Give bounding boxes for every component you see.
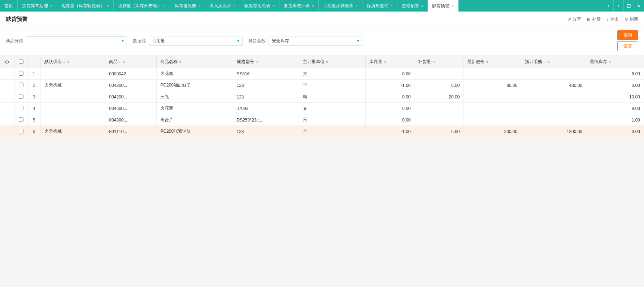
row-index: 3 (27, 91, 40, 103)
row-restock: 6.00 (414, 126, 464, 137)
tab-home[interactable]: 首页 (0, 0, 18, 12)
row-unit: 个 (299, 80, 365, 91)
restock-basis-select[interactable]: 安全库存 ▾ (269, 36, 362, 46)
tab-inventory-status[interactable]: 现存量（库存状况表） × (57, 0, 114, 12)
select-all-checkbox[interactable] (19, 59, 23, 64)
row-restock: 20.00 (414, 91, 464, 103)
tab-exception[interactable]: 拣货异常处理 × (18, 0, 57, 12)
product-code-sort[interactable]: 商品... ⇅ (109, 59, 125, 65)
row-checkbox-cell (14, 68, 27, 80)
unit-sort[interactable]: 主计量单位 ⇅ (303, 59, 328, 65)
row-checkbox-cell (14, 114, 27, 126)
tab-available-ledger[interactable]: 可用量库存账本 × (319, 0, 362, 12)
tab-shortage-warning-close[interactable]: × (452, 4, 454, 8)
tab-available-ledger-close[interactable]: × (356, 4, 358, 8)
refresh-button[interactable]: ↺ 刷新 (625, 16, 638, 22)
row-stock: 0.00 (365, 103, 414, 114)
row-est-purchase (521, 114, 586, 126)
latest-price-sort[interactable]: 最新进价 ⇅ (467, 59, 488, 65)
row-index: 2 (27, 80, 40, 91)
row-checkbox-4[interactable] (19, 117, 23, 122)
row-index: 5 (27, 114, 40, 126)
tab-scroll-left[interactable]: ‹ (604, 0, 614, 12)
tab-batch-account-close[interactable]: × (199, 4, 201, 8)
export-button[interactable]: ↓ 导出 (606, 16, 619, 22)
category-label: 商品分类 (6, 38, 23, 44)
tab-receipt-summary-close[interactable]: × (273, 4, 275, 8)
datasource-filter-group: 数据源 可用量 ▾ (133, 36, 243, 46)
tab-demand-stats[interactable]: 要货单统计表 × (279, 0, 319, 12)
tab-inout-flow-close[interactable]: × (233, 4, 235, 8)
datasource-select[interactable]: 可用量 ▾ (149, 36, 243, 46)
th-index (27, 56, 40, 68)
th-gear: ⚙ (0, 56, 14, 68)
tab-close-all[interactable]: ✕ (634, 0, 644, 12)
tab-shortage-warning[interactable]: 缺货预警 × (428, 0, 458, 12)
th-supplier: 默认供应... ⇅ (40, 56, 105, 68)
product-name-sort-icon: ⇅ (179, 60, 182, 64)
product-code-sort-icon: ⇅ (122, 60, 125, 64)
row-min-stock: 10.00 (586, 91, 644, 103)
row-min-stock: 3.00 (586, 126, 644, 137)
row-checkbox-1[interactable] (19, 83, 23, 87)
table-row: 2 力天机械 004200... PC200油缸缸子 123 个 -1.00 6… (0, 80, 644, 91)
est-purchase-sort[interactable]: 预计采购... ⇅ (525, 59, 550, 65)
row-gear-cell (0, 91, 14, 103)
row-product-name: 离合片 (157, 114, 233, 126)
table-row: 4 004600... 火花塞 J7092 支 0.00 8.00 (0, 103, 644, 114)
row-latest-price: 80.00 (464, 80, 521, 91)
tab-inventory-dist[interactable]: 现存量（库存分布表） × (114, 0, 170, 12)
tab-restore[interactable]: ⊡ (624, 0, 634, 12)
column-settings-icon[interactable]: ⚙ (5, 59, 9, 65)
th-unit: 主计量单位 ⇅ (299, 56, 365, 68)
query-button[interactable]: 查询 (617, 30, 638, 40)
row-stock: -1.00 (365, 126, 414, 137)
restock-button[interactable]: ⊞ 补货 (587, 16, 601, 22)
tab-scroll-right[interactable]: › (614, 0, 624, 12)
row-checkbox-2[interactable] (19, 94, 23, 99)
row-product-name: PC200油缸缸子 (157, 80, 233, 91)
tab-expiry-query[interactable]: 保质期查询 × (362, 0, 397, 12)
tab-inout-flow[interactable]: 出入库流水 × (205, 0, 240, 12)
row-min-stock: 8.00 (586, 103, 644, 114)
restock-sort[interactable]: 补货量 ⇅ (418, 59, 435, 65)
share-icon: ↗ (567, 17, 571, 22)
share-button[interactable]: ↗ 分享 (567, 16, 581, 22)
datasource-label: 数据源 (133, 38, 146, 44)
tab-batch-account[interactable]: 库存批次账 × (170, 0, 205, 12)
tab-overstock-warning[interactable]: 超储预警 × (397, 0, 428, 12)
row-restock (414, 103, 464, 114)
spec-sort[interactable]: 规格型号 ⇅ (237, 59, 258, 65)
product-name-sort[interactable]: 商品名称 ⇅ (160, 59, 182, 65)
row-restock: 6.00 (414, 80, 464, 91)
tab-receipt-summary[interactable]: 收发存汇总表 × (240, 0, 279, 12)
row-latest-price: 200.00 (464, 126, 521, 137)
category-select[interactable]: ▾ (26, 36, 127, 45)
stock-sort[interactable]: 库存量 ⇅ (369, 59, 386, 65)
row-checkbox-3[interactable] (19, 106, 23, 110)
restock-basis-arrow-icon: ▾ (357, 38, 359, 43)
datasource-arrow-icon: ▾ (237, 38, 239, 43)
restock-icon: ⊞ (587, 17, 591, 22)
row-supplier: 力天机械 (40, 80, 105, 91)
row-gear-cell (0, 114, 14, 126)
row-checkbox-5[interactable] (19, 129, 23, 133)
table-container: ⚙ 默认供应... ⇅ 商品... ⇅ (0, 56, 644, 137)
tab-demand-stats-close[interactable]: × (312, 4, 314, 8)
row-checkbox-0[interactable] (19, 71, 23, 76)
tab-expiry-query-close[interactable]: × (391, 4, 393, 8)
th-checkbox (14, 56, 27, 68)
row-spec: J7092 (233, 103, 299, 114)
tab-nav-buttons: ‹ › ⊡ ✕ (604, 0, 644, 12)
restock-sort-icon: ⇅ (432, 60, 435, 64)
tab-inventory-status-close[interactable]: × (107, 4, 109, 8)
tab-inventory-dist-close[interactable]: × (164, 4, 166, 8)
row-supplier (40, 114, 105, 126)
tab-exception-close[interactable]: × (50, 4, 52, 8)
th-min-stock: 最低库存 ⇅ (586, 56, 644, 68)
row-min-stock: 3.00 (586, 80, 644, 91)
min-stock-sort[interactable]: 最低库存 ⇅ (590, 59, 611, 65)
setting-button[interactable]: 设置 (617, 41, 638, 51)
tab-overstock-warning-close[interactable]: × (421, 4, 423, 8)
supplier-sort[interactable]: 默认供应... ⇅ (44, 59, 69, 65)
